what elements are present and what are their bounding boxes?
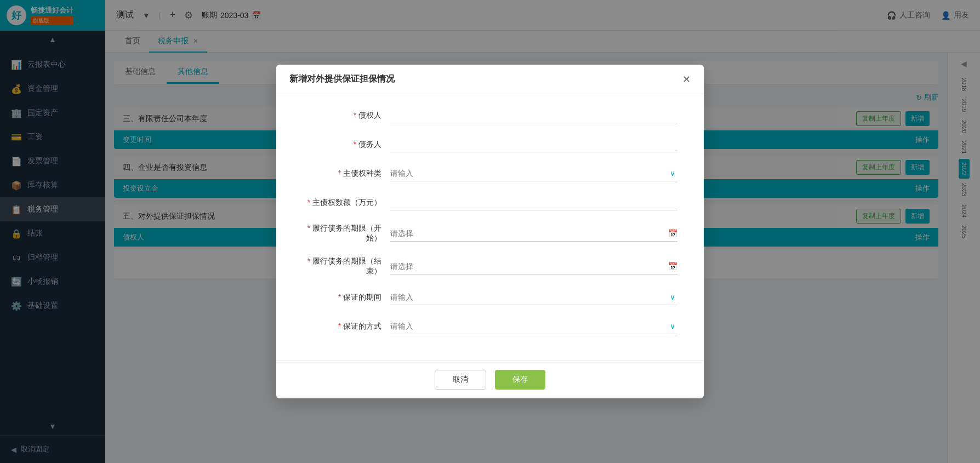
creditor-input[interactable] (390, 107, 677, 123)
form-row-guarantee-method: * 保证的方式 ∨ (303, 318, 677, 334)
dialog-overlay[interactable]: 新增对外提供保证担保情况 ✕ * 债权人 * 债务人 (0, 0, 980, 463)
debt-end-date-wrap: 📅 (390, 259, 677, 275)
debtor-input[interactable] (390, 136, 677, 152)
creditor-type-label: * 主债权种类 (303, 169, 390, 179)
debtor-label: * 债务人 (303, 140, 390, 150)
guarantee-period-arrow-icon[interactable]: ∨ (668, 293, 677, 301)
creditor-type-input[interactable] (390, 165, 668, 181)
debt-start-input[interactable] (390, 226, 668, 241)
dialog-title: 新增对外提供保证担保情况 (289, 73, 395, 85)
guarantee-period-input[interactable] (390, 289, 668, 305)
debt-end-input[interactable] (390, 259, 668, 274)
creditor-amount-label: * 主债权数额（万元） (303, 198, 390, 208)
guarantee-period-label: * 保证的期间 (303, 293, 390, 302)
dialog: 新增对外提供保证担保情况 ✕ * 债权人 * 债务人 (276, 65, 704, 398)
dialog-footer: 取消 保存 (276, 361, 704, 398)
creditor-amount-input[interactable] (390, 195, 677, 210)
debt-start-calendar-icon[interactable]: 📅 (668, 229, 677, 238)
form-row-creditor-amount: * 主债权数额（万元） (303, 195, 677, 210)
guarantee-method-input[interactable] (390, 318, 668, 334)
guarantee-method-select-wrap: ∨ (390, 318, 677, 334)
dialog-header: 新增对外提供保证担保情况 ✕ (276, 65, 704, 94)
form-row-creditor-type: * 主债权种类 ∨ (303, 165, 677, 181)
cancel-button[interactable]: 取消 (435, 370, 486, 390)
debt-start-date-wrap: 📅 (390, 226, 677, 242)
dialog-close-btn[interactable]: ✕ (682, 75, 691, 84)
creditor-label: * 债权人 (303, 111, 390, 121)
debt-start-label: * 履行债务的期限（开始） (303, 224, 390, 243)
creditor-type-select-wrap: ∨ (390, 165, 677, 181)
form-row-guarantee-period: * 保证的期间 ∨ (303, 289, 677, 305)
save-button[interactable]: 保存 (495, 370, 545, 390)
form-row-creditor: * 债权人 (303, 107, 677, 123)
guarantee-method-label: * 保证的方式 (303, 322, 390, 331)
form-row-debtor: * 债务人 (303, 136, 677, 152)
guarantee-method-arrow-icon[interactable]: ∨ (668, 322, 677, 330)
debt-end-label: * 履行债务的期限（结束） (303, 256, 390, 276)
debt-end-calendar-icon[interactable]: 📅 (668, 262, 677, 271)
creditor-type-arrow-icon[interactable]: ∨ (668, 169, 677, 178)
form-row-debt-start: * 履行债务的期限（开始） 📅 (303, 224, 677, 243)
dialog-body: * 债权人 * 债务人 * 主债权种类 (276, 94, 704, 361)
form-row-debt-end: * 履行债务的期限（结束） 📅 (303, 256, 677, 276)
guarantee-period-select-wrap: ∨ (390, 289, 677, 305)
